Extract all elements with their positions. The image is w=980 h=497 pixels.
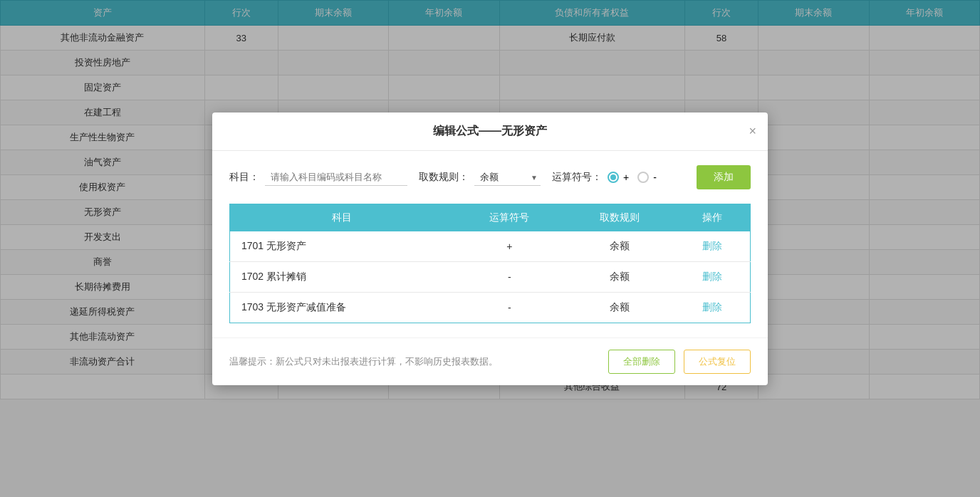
subject-label: 科目： <box>229 171 259 184</box>
radio-plus[interactable]: + <box>608 172 629 183</box>
modal-body: 科目： 取数规则： 余额 借方发生额 贷方发生额 期初余额 ▼ <box>212 151 768 338</box>
row-rule: 余额 <box>565 231 675 262</box>
rule-select-wrapper[interactable]: 余额 借方发生额 贷方发生额 期初余额 ▼ <box>474 169 541 186</box>
col-rule: 取数规则 <box>565 204 675 231</box>
subject-group: 科目： <box>229 169 407 186</box>
modal-header: 编辑公式——无形资产 × <box>212 113 768 151</box>
hint-text: 温馨提示：新公式只对未出报表进行计算，不影响历史报表数据。 <box>229 355 498 368</box>
col-operator: 运算符号 <box>454 204 565 231</box>
row-action: 删除 <box>674 292 750 323</box>
operator-label: 运算符号： <box>552 171 602 184</box>
delete-link[interactable]: 删除 <box>702 301 722 313</box>
modal-title: 编辑公式——无形资产 <box>433 125 547 137</box>
operator-group: 运算符号： + - <box>552 171 657 184</box>
radio-plus-label: + <box>623 172 629 183</box>
rule-group: 取数规则： 余额 借方发生额 贷方发生额 期初余额 ▼ <box>419 169 541 186</box>
radio-plus-circle[interactable] <box>608 172 619 183</box>
formula-table: 科目 运算符号 取数规则 操作 1701 无形资产 + 余额 删除 <box>229 204 751 323</box>
modal-close-button[interactable]: × <box>749 125 756 137</box>
delete-link[interactable]: 删除 <box>702 271 722 282</box>
row-rule: 余额 <box>565 292 675 323</box>
radio-minus[interactable]: - <box>637 172 657 183</box>
rule-select[interactable]: 余额 借方发生额 贷方发生额 期初余额 <box>474 169 541 186</box>
modal-dialog: 编辑公式——无形资产 × 科目： 取数规则： 余额 借方发生额 <box>212 113 768 385</box>
modal-footer: 温馨提示：新公式只对未出报表进行计算，不影响历史报表数据。 全部删除 公式复位 <box>212 338 768 385</box>
reset-button[interactable]: 公式复位 <box>684 350 751 374</box>
row-action: 删除 <box>674 261 750 292</box>
col-subject: 科目 <box>230 204 454 231</box>
row-operator: - <box>454 261 565 292</box>
radio-minus-label: - <box>653 172 657 183</box>
row-operator: + <box>454 231 565 262</box>
row-action: 删除 <box>674 231 750 262</box>
col-action: 操作 <box>674 204 750 231</box>
row-subject: 1701 无形资产 <box>230 231 454 262</box>
form-row: 科目： 取数规则： 余额 借方发生额 贷方发生额 期初余额 ▼ <box>229 165 751 189</box>
table-row: 1702 累计摊销 - 余额 删除 <box>230 261 751 292</box>
modal-overlay: 编辑公式——无形资产 × 科目： 取数规则： 余额 借方发生额 <box>0 0 980 497</box>
footer-buttons: 全部删除 公式复位 <box>608 350 751 374</box>
table-row: 1703 无形资产减值准备 - 余额 删除 <box>230 292 751 323</box>
radio-group: + - <box>608 172 657 183</box>
table-row: 1701 无形资产 + 余额 删除 <box>230 231 751 262</box>
row-subject: 1703 无形资产减值准备 <box>230 292 454 323</box>
rule-label: 取数规则： <box>419 171 469 184</box>
delete-link[interactable]: 删除 <box>702 240 722 251</box>
radio-minus-circle[interactable] <box>637 172 649 183</box>
row-subject: 1702 累计摊销 <box>230 261 454 292</box>
add-button[interactable]: 添加 <box>697 165 751 189</box>
row-operator: - <box>454 292 565 323</box>
subject-input[interactable] <box>265 169 407 186</box>
row-rule: 余额 <box>565 261 675 292</box>
delete-all-button[interactable]: 全部删除 <box>608 350 675 374</box>
